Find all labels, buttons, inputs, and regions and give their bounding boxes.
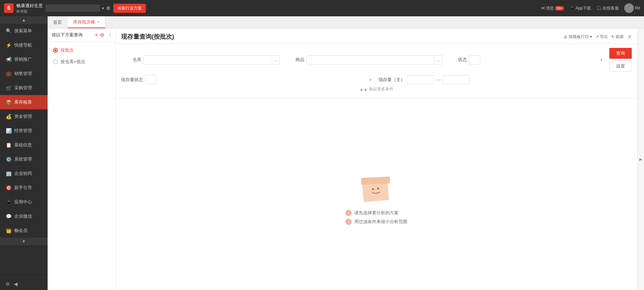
print-dropdown-icon[interactable]: ▾	[590, 34, 592, 39]
page-content: 按以下方案查询 + ⚙ 《 按批次 按仓库+批次	[48, 29, 644, 290]
inventory-qty-field: 现存量（主） —	[378, 75, 632, 84]
filter-panel-actions: + ⚙ 《	[95, 32, 111, 38]
tab-inventory-batch[interactable]: 库存批次账 ×	[68, 16, 105, 28]
svg-point-3	[377, 187, 379, 189]
warehouse-input-wrap: ...	[143, 55, 280, 65]
main-area: 现存量查询(按批次) 🖨 按模板打印 ▾ ↗ 导出 ↻	[116, 29, 637, 290]
sidebar-label-sales: 销售管理	[14, 71, 32, 77]
sidebar-item-operations[interactable]: 📊 经营管理	[0, 124, 48, 138]
sidebar-collapse-icon[interactable]: ◀	[14, 281, 18, 287]
lightning-icon: ⚡	[5, 42, 12, 48]
hint-num-1: 1	[345, 210, 352, 216]
export-icon: ↗	[595, 34, 599, 39]
sidebar-item-sales[interactable]: 💼 销售管理	[0, 67, 48, 81]
empty-state: 1 请先选择要分析的方案 2 用过滤条件来缩小分析范围	[116, 98, 637, 290]
sidebar-item-vip[interactable]: 👑 畅会员	[0, 223, 48, 238]
marketing-icon: 📢	[5, 56, 12, 62]
status-select[interactable]	[469, 55, 480, 65]
sidebar-item-quicknav[interactable]: ⚡ 快捷导航	[0, 38, 48, 52]
product-input[interactable]	[307, 56, 435, 64]
filter-item-label-batch: 按批次	[61, 47, 74, 53]
close-panel-button[interactable]: ✕	[627, 34, 632, 40]
export-button[interactable]: ↗ 导出	[595, 34, 608, 40]
purchase-icon: 🛒	[5, 85, 12, 91]
filter-item-by-warehouse-batch[interactable]: 按仓库+批次	[48, 56, 115, 68]
sidebar-item-appstore[interactable]: 📱 应用中心	[0, 195, 48, 209]
form-row-2: 现存量状态 现存量（主） —	[121, 75, 632, 84]
header-search-area: ▾ ⚙	[46, 4, 111, 12]
sidebar-item-search[interactable]: 🔍 搜索菜单	[0, 24, 48, 38]
product-more-btn[interactable]: ...	[434, 56, 442, 64]
product-input-wrap: ...	[306, 55, 443, 65]
experience-button[interactable]: 体验行业方案	[113, 4, 146, 13]
sidebar-label-search: 搜索菜单	[14, 28, 32, 34]
empty-svg	[356, 164, 397, 204]
hint-num-2: 2	[345, 219, 352, 225]
sidebar-item-purchase[interactable]: 🛒 采购管理	[0, 81, 48, 95]
product-label: 商品	[284, 57, 304, 63]
sidebar-scroll-down[interactable]: ▼	[0, 238, 48, 245]
right-panel-close-icon: ▶	[639, 157, 643, 162]
messages-badge: 99+	[555, 6, 564, 11]
sidebar-label-purchase: 采购管理	[14, 85, 32, 91]
sidebar: ▲ 🔍 搜索菜单 ⚡ 快捷导航 📢 营销推广 💼 销售管理 🛒 采购管理 📦 库…	[0, 16, 48, 290]
collapse-button[interactable]: ▲▲ 收起更多条件	[121, 84, 632, 94]
app-download-button[interactable]: 📱 App下载	[570, 5, 591, 11]
status-field: 状态	[446, 55, 605, 65]
filter-add-icon[interactable]: +	[95, 32, 98, 38]
settings-button[interactable]: 设置	[609, 61, 632, 72]
sidebar-item-marketing[interactable]: 📢 营销推广	[0, 52, 48, 67]
online-service-button[interactable]: 🎧 在线客服	[596, 5, 619, 11]
filter-item-by-batch[interactable]: 按批次	[48, 44, 115, 56]
warehouse-input[interactable]	[144, 56, 272, 64]
inventory-qty-max-input[interactable]	[443, 75, 470, 84]
page-title-bar: 现存量查询(按批次) 🖨 按模板打印 ▾ ↗ 导出 ↻	[116, 29, 637, 44]
title-actions: 🖨 按模板打印 ▾ ↗ 导出 ↻ 刷新 ✕	[563, 34, 632, 40]
print-icon: 🖨	[563, 34, 567, 39]
sidebar-label-guide: 新手引导	[14, 185, 32, 191]
sidebar-item-inventory[interactable]: 📦 库存核算	[0, 95, 48, 109]
empty-hints: 1 请先选择要分析的方案 2 用过滤条件来缩小分析范围	[345, 210, 407, 225]
tab-bar: 首页 库存批次账 ×	[48, 16, 644, 29]
form-row-1: 仓库 ... 商品 ...	[121, 48, 632, 72]
sidebar-item-enterprise[interactable]: 🏢 企业协同	[0, 166, 48, 181]
sidebar-item-basics[interactable]: 📋 基础信息	[0, 138, 48, 152]
tab-close-icon[interactable]: ×	[97, 20, 100, 24]
empty-hint-2: 2 用过滤条件来缩小分析范围	[345, 219, 407, 225]
inventory-qty-min-input[interactable]	[407, 75, 434, 84]
user-profile-button[interactable]: Rit	[624, 3, 640, 13]
sidebar-label-basics: 基础信息	[14, 142, 32, 148]
app-logo: 6	[4, 3, 14, 13]
filter-collapse-icon[interactable]: 《	[106, 32, 111, 38]
print-button[interactable]: 🖨 按模板打印 ▾	[563, 34, 592, 40]
sidebar-label-marketing: 营销推广	[14, 56, 32, 62]
filter-settings-icon[interactable]: ⚙	[100, 33, 104, 37]
inventory-status-field: 现存量状态	[121, 75, 374, 84]
sidebar-scroll-up[interactable]: ▲	[0, 16, 48, 24]
empty-illustration	[356, 164, 397, 204]
sidebar-item-finance[interactable]: 💰 资金管理	[0, 109, 48, 124]
tab-home[interactable]: 首页	[48, 16, 68, 28]
messages-button[interactable]: ✉ 消息 99+	[541, 5, 564, 11]
tab-home-label: 首页	[53, 19, 62, 25]
warehouse-more-btn[interactable]: ...	[272, 56, 279, 64]
filter-radio-active	[53, 48, 58, 53]
search-chevron-icon[interactable]: ▾	[102, 6, 104, 11]
qty-dash: —	[436, 77, 441, 82]
refresh-button[interactable]: ↻ 刷新	[611, 34, 624, 40]
sidebar-settings-icon[interactable]: ⚙	[5, 281, 10, 287]
sidebar-item-system[interactable]: ⚙️ 系统管理	[0, 152, 48, 166]
header-search-input[interactable]	[46, 4, 100, 12]
sidebar-label-enterprise: 企业协同	[14, 170, 32, 177]
header-gear-icon[interactable]: ⚙	[106, 5, 111, 11]
inventory-status-select[interactable]	[145, 75, 157, 84]
sidebar-item-wechat[interactable]: 💬 企业微信	[0, 209, 48, 223]
right-close-panel[interactable]: ▶	[637, 29, 644, 290]
query-button[interactable]: 查询	[609, 48, 632, 59]
sidebar-item-guide[interactable]: 🎯 新手引导	[0, 181, 48, 195]
sidebar-label-inventory: 库存核算	[14, 99, 32, 105]
export-label: 导出	[600, 34, 608, 40]
svg-point-2	[372, 188, 374, 190]
app-download-icon: 📱	[570, 6, 575, 11]
filter-panel-header: 按以下方案查询 + ⚙ 《	[48, 29, 115, 42]
